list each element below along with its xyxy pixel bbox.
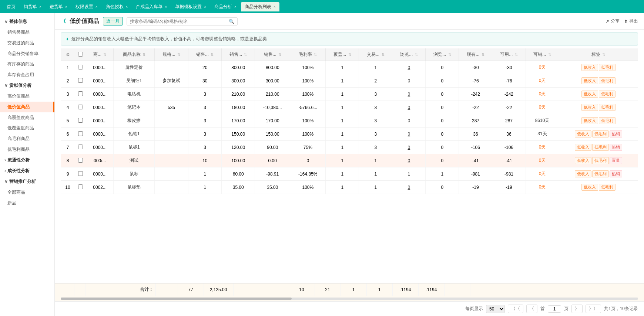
page-number-input[interactable] (548, 305, 561, 313)
views-link[interactable]: 0 (408, 185, 410, 190)
td-tags: 低收入低毛利 (559, 101, 638, 114)
row-checkbox[interactable] (78, 105, 83, 109)
row-checkbox[interactable] (78, 91, 83, 96)
views-link[interactable]: 0 (408, 132, 410, 137)
close-icon[interactable]: × (274, 5, 276, 9)
nav-purchase-order[interactable]: 进货单 × (46, 2, 71, 11)
views-link[interactable]: 0 (408, 158, 410, 163)
product-tag: 低收入 (581, 184, 598, 191)
sidebar-item-low-coverage[interactable]: 低覆盖度商品 (0, 123, 54, 133)
td-name[interactable]: 鼠标 (114, 167, 155, 181)
prev-page-button[interactable]: 〈 (526, 305, 537, 313)
td-name[interactable]: 电话机 (114, 88, 155, 101)
first-page-button[interactable]: 〈〈 (508, 305, 523, 313)
sidebar-collapse-button[interactable]: 《 (61, 18, 66, 25)
nav-permission-settings[interactable]: 权限设置 × (72, 2, 101, 11)
sidebar-item-low-margin[interactable]: 低毛利商品 (0, 144, 54, 155)
td-views1[interactable]: 0 (392, 128, 426, 141)
close-icon[interactable]: × (39, 5, 41, 9)
sidebar-item-in-stock[interactable]: 有库存的商品 (0, 59, 54, 69)
td-current: -242 (459, 88, 492, 101)
nav-sales-order[interactable]: 销货单 × (20, 2, 45, 11)
per-page-select[interactable]: 50 100 200 (486, 305, 505, 313)
td-name[interactable]: 笔记本 (114, 101, 155, 114)
product-tag: 低毛利 (592, 157, 609, 164)
table-row: 2 0000... 吴细细1 参加复试 30 300.00 300.00 100… (61, 74, 638, 88)
nav-finished-goods[interactable]: 产成品入库单 × (132, 2, 171, 11)
row-checkbox[interactable] (78, 158, 83, 163)
views-link[interactable]: 1 (408, 171, 410, 177)
nav-home[interactable]: 首页 (3, 2, 19, 11)
sidebar-group-growth[interactable]: › 成长性分析 (0, 166, 54, 176)
row-checkbox[interactable] (78, 65, 83, 69)
sidebar-item-new-goods[interactable]: 新品 (0, 198, 54, 208)
sort-icon: ⇅ (548, 52, 551, 57)
td-available: -30 (492, 61, 526, 74)
td-name[interactable]: 铅笔1 (114, 128, 155, 141)
close-icon[interactable]: × (65, 5, 67, 9)
sidebar-item-stock-capital[interactable]: 库存资金占用 (0, 69, 54, 80)
next-page-button[interactable]: 〉 (571, 305, 583, 313)
views-link[interactable]: 0 (408, 65, 410, 70)
sidebar-item-high-value[interactable]: 高价值商品 (0, 91, 54, 102)
td-views1[interactable]: 0 (392, 141, 426, 154)
last-page-button[interactable]: 〉〉 (586, 305, 601, 313)
td-views1[interactable]: 0 (392, 181, 426, 194)
td-name[interactable]: 橡皮擦 (114, 114, 155, 128)
close-icon[interactable]: × (126, 5, 128, 9)
views-link[interactable]: 0 (408, 118, 410, 123)
td-views1[interactable]: 0 (392, 101, 426, 114)
td-sales-qty: 3 (188, 88, 222, 101)
sidebar-group-marketing[interactable]: ∨ 营销推广分析 (0, 176, 54, 187)
select-all-checkbox[interactable] (78, 52, 83, 57)
row-checkbox[interactable] (78, 131, 83, 136)
row-checkbox[interactable] (78, 118, 83, 123)
close-icon[interactable]: × (95, 5, 98, 9)
td-views1[interactable]: 0 (392, 154, 426, 167)
td-name[interactable]: 属性定价 (114, 61, 155, 74)
sidebar-item-high-margin[interactable]: 高毛利商品 (0, 133, 54, 144)
td-name[interactable]: 测试 (114, 154, 155, 167)
product-tag: 低毛利 (599, 91, 616, 98)
nav-role-auth[interactable]: 角色授权 × (102, 2, 132, 11)
close-icon[interactable]: × (165, 5, 167, 9)
sidebar-group-overall[interactable]: ∨ 整体信息 (0, 16, 54, 27)
nav-product-analysis-list[interactable]: 商品分析列表 × (241, 2, 279, 11)
views-link[interactable]: 0 (408, 78, 410, 84)
views-link[interactable]: 0 (408, 105, 410, 110)
nav-product-analysis[interactable]: 商品分析 × (211, 2, 240, 11)
sidebar-item-high-coverage[interactable]: 高覆盖度商品 (0, 112, 54, 123)
share-button[interactable]: ↗ 分享 (606, 18, 620, 24)
td-views1[interactable]: 0 (392, 114, 426, 128)
row-checkbox[interactable] (78, 171, 83, 176)
sidebar-item-traded-goods[interactable]: 交易过的商品 (0, 38, 54, 48)
th-settings[interactable]: ⚙ (61, 48, 75, 61)
search-input[interactable] (130, 19, 227, 24)
search-icon[interactable]: 🔍 (229, 19, 234, 24)
per-page-label: 每页显示 (465, 306, 483, 312)
export-button[interactable]: ⬆ 导出 (624, 18, 638, 24)
sidebar-item-sales-goods[interactable]: 销售类商品 (0, 27, 54, 38)
td-views1[interactable]: 1 (392, 167, 426, 181)
td-name[interactable]: 鼠标1 (114, 141, 155, 154)
td-name[interactable]: 鼠标垫 (114, 181, 155, 194)
sidebar-item-low-value[interactable]: 低价值商品 (0, 102, 54, 112)
close-icon[interactable]: × (204, 5, 206, 9)
td-views1[interactable]: 0 (392, 61, 426, 74)
views-link[interactable]: 0 (408, 92, 410, 97)
row-checkbox[interactable] (78, 78, 83, 83)
td-views1[interactable]: 0 (392, 74, 426, 88)
sidebar-group-circulation[interactable]: › 流通性分析 (0, 155, 54, 166)
td-views1[interactable]: 0 (392, 88, 426, 101)
td-name[interactable]: 吴细细1 (114, 74, 155, 88)
nav-template-settings[interactable]: 单据模板设置 × (171, 2, 210, 11)
views-link[interactable]: 0 (408, 145, 410, 150)
filter-period-button[interactable]: 近一月 (103, 17, 123, 26)
sidebar-item-category-sales-rate[interactable]: 商品分类销售率 (0, 48, 54, 59)
td-sales-price: 180.00 (222, 101, 255, 114)
sidebar-group-contribution[interactable]: ∨ 贡献值分析 (0, 80, 54, 91)
sidebar-item-all-goods[interactable]: 全部商品 (0, 187, 54, 198)
row-checkbox[interactable] (78, 184, 83, 189)
row-checkbox[interactable] (78, 145, 83, 149)
close-icon[interactable]: × (234, 5, 237, 9)
